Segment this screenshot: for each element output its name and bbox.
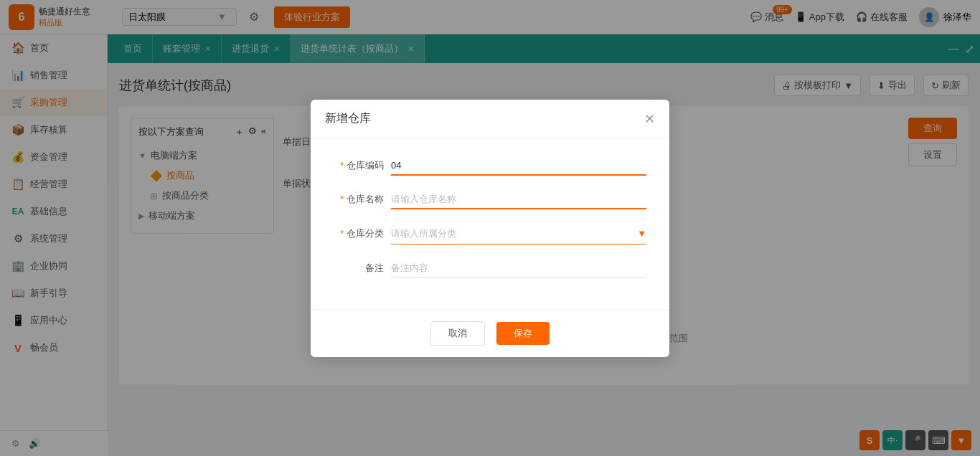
code-label: 仓库编码 <box>334 159 391 172</box>
modal-row-name: 仓库名称 <box>334 190 646 209</box>
category-label: 仓库分类 <box>334 227 391 240</box>
add-warehouse-modal: 新增仓库 ✕ 仓库编码 仓库名称 仓库分类 请输入所属分类 ▼ <box>311 100 669 357</box>
modal-header: 新增仓库 ✕ <box>311 100 669 139</box>
save-button[interactable]: 保存 <box>496 322 550 345</box>
modal-row-remark: 备注 <box>334 259 646 277</box>
modal-overlay[interactable]: 新增仓库 ✕ 仓库编码 仓库名称 仓库分类 请输入所属分类 ▼ <box>0 0 980 456</box>
category-dropdown-icon: ▼ <box>637 228 646 239</box>
remark-input[interactable] <box>391 259 646 277</box>
category-select[interactable]: 请输入所属分类 ▼ <box>391 224 646 244</box>
modal-row-code: 仓库编码 <box>334 156 646 176</box>
modal-row-category: 仓库分类 请输入所属分类 ▼ <box>334 224 646 244</box>
name-input[interactable] <box>391 190 646 209</box>
modal-close-btn[interactable]: ✕ <box>644 111 655 127</box>
name-label: 仓库名称 <box>334 193 391 206</box>
modal-footer: 取消 保存 <box>311 309 669 357</box>
code-input[interactable] <box>391 156 646 176</box>
modal-body: 仓库编码 仓库名称 仓库分类 请输入所属分类 ▼ 备注 <box>311 139 669 309</box>
remark-label: 备注 <box>334 262 391 275</box>
cancel-button[interactable]: 取消 <box>430 321 485 346</box>
category-placeholder: 请输入所属分类 <box>391 227 456 240</box>
modal-title: 新增仓库 <box>325 111 371 126</box>
